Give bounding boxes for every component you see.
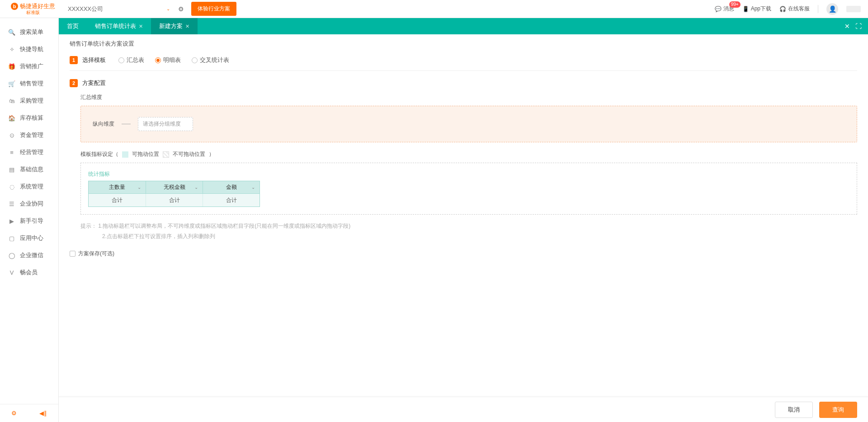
radio-label: 汇总表 (127, 56, 144, 64)
sidebar-icon: 🎁 (8, 63, 15, 70)
sidebar-item-4[interactable]: 🛍采购管理 (0, 92, 58, 109)
sidebar-icon: 🛍 (8, 97, 15, 104)
page-subtitle: 销售订单统计表方案设置 (70, 40, 857, 48)
sidebar-item-3[interactable]: 🛒销售管理 (0, 75, 58, 92)
metric-header-cell[interactable]: 主数量⌄ (89, 181, 146, 194)
sidebar-icon: ▤ (8, 166, 15, 173)
app-download-link[interactable]: 📱 App下载 (742, 5, 771, 13)
tab-0[interactable]: 首页 (59, 18, 87, 34)
sidebar-item-1[interactable]: ✧快捷导航 (0, 41, 58, 58)
metric-dropzone: 统计指标 主数量⌄无税金额⌄金额⌄ 合计合计合计 (80, 163, 857, 215)
metric-header-cell[interactable]: 无税金额⌄ (146, 181, 203, 194)
sidebar-item-8[interactable]: ▤基础信息 (0, 161, 58, 178)
logo-edition: 标准版 (26, 9, 40, 16)
sidebar-item-11[interactable]: ▶新手引导 (0, 212, 58, 230)
save-plan-label: 方案保存(可选) (78, 250, 114, 258)
connector-line (122, 124, 131, 124)
sidebar-item-label: 快捷导航 (20, 45, 43, 53)
company-name: XXXXXX公司 (68, 5, 103, 13)
company-selector[interactable]: XXXXXX公司 ⌄ (68, 5, 170, 13)
hints: 提示： 1.拖动标题栏可以调整布局，不可跨维度或指标区域拖动栏目字段(只能在同一… (80, 221, 857, 242)
message-icon: 💬 (715, 6, 722, 12)
template-radio[interactable]: 汇总表 (118, 56, 144, 64)
collapse-icon[interactable]: ◀∥ (39, 410, 47, 417)
tab-1[interactable]: 销售订单统计表✕ (87, 18, 151, 34)
query-button[interactable]: 查询 (819, 402, 857, 418)
template-radio[interactable]: 交叉统计表 (192, 56, 229, 64)
sidebar-item-label: 系统管理 (20, 183, 43, 191)
messages-link[interactable]: 💬 消息 99+ (715, 5, 734, 13)
chevron-down-icon[interactable]: ⌄ (137, 185, 141, 190)
chevron-down-icon[interactable]: ⌄ (251, 185, 255, 190)
divider (70, 70, 857, 71)
summary-dim-label: 汇总维度 (80, 94, 857, 101)
tab-2[interactable]: 新建方案✕ (151, 18, 198, 34)
legend-draggable-swatch (122, 151, 128, 158)
cancel-button[interactable]: 取消 (775, 402, 813, 418)
metric-title: 统计指标 (88, 170, 849, 178)
tab-label: 新建方案 (159, 22, 183, 30)
save-plan-checkbox[interactable] (70, 251, 75, 257)
online-service-link[interactable]: 🎧 在线客服 (779, 5, 810, 13)
sidebar-item-label: 企业微信 (20, 251, 43, 259)
sidebar-item-6[interactable]: ⊙资金管理 (0, 127, 58, 144)
top-header: b 畅捷通好生意 标准版 XXXXXX公司 ⌄ ⚙ 体验行业方案 💬 消息 99… (0, 0, 868, 18)
fullscreen-icon[interactable]: ⛶ (855, 23, 862, 30)
close-all-icon[interactable]: ✕ (844, 23, 850, 30)
sidebar-item-7[interactable]: ≡经营管理 (0, 144, 58, 161)
sidebar-icon: ✧ (8, 46, 15, 53)
sidebar-item-label: 基础信息 (20, 165, 43, 173)
username[interactable] (846, 6, 861, 12)
sidebar-item-2[interactable]: 🎁营销推广 (0, 58, 58, 75)
content: 销售订单统计表方案设置 1 选择模板 汇总表明细表交叉统计表 2 方案配置 汇总… (59, 34, 868, 422)
tab-bar: 首页销售订单统计表✕新建方案✕ ✕ ⛶ (59, 18, 868, 34)
sidebar: 🔍搜索菜单✧快捷导航🎁营销推广🛒销售管理🛍采购管理🏠库存核算⊙资金管理≡经营管理… (0, 18, 59, 422)
sidebar-item-label: 库存核算 (20, 114, 43, 122)
sidebar-item-label: 应用中心 (20, 234, 43, 242)
sidebar-item-label: 经营管理 (20, 148, 43, 156)
metric-total-cell: 合计 (89, 194, 146, 206)
try-plan-button[interactable]: 体验行业方案 (191, 2, 236, 16)
step-2-badge: 2 (70, 79, 78, 87)
sidebar-item-9[interactable]: ◌系统管理 (0, 178, 58, 195)
sidebar-item-5[interactable]: 🏠库存核算 (0, 109, 58, 127)
sidebar-item-13[interactable]: ◯企业微信 (0, 247, 58, 264)
avatar[interactable]: 👤 (826, 3, 838, 15)
sidebar-item-label: 新手引导 (20, 217, 43, 225)
metric-header-cell[interactable]: 金额⌄ (203, 181, 259, 194)
template-radio[interactable]: 明细表 (155, 56, 181, 64)
chevron-down-icon[interactable]: ⌄ (194, 185, 198, 190)
sidebar-icon: ◯ (8, 252, 15, 259)
logo[interactable]: b 畅捷通好生意 标准版 (7, 2, 59, 16)
sidebar-icon: V (8, 269, 15, 276)
sidebar-item-label: 搜索菜单 (20, 28, 43, 36)
settings-icon[interactable]: ⚙ (11, 410, 17, 417)
gear-icon[interactable]: ⚙ (178, 5, 184, 13)
sidebar-item-0[interactable]: 🔍搜索菜单 (0, 23, 58, 41)
radio-label: 交叉统计表 (200, 56, 229, 64)
metric-total-cell: 合计 (146, 194, 203, 206)
sidebar-icon: ◌ (8, 183, 15, 190)
step-2-row: 2 方案配置 (70, 79, 857, 87)
legend-nondraggable-swatch (163, 151, 169, 158)
close-icon[interactable]: ✕ (139, 23, 143, 29)
template-radio-group: 汇总表明细表交叉统计表 (118, 56, 229, 64)
save-plan-row: 方案保存(可选) (70, 250, 857, 258)
sidebar-item-10[interactable]: ☰企业协同 (0, 195, 58, 212)
sidebar-icon: 🛒 (8, 80, 15, 87)
step-1-label: 选择模板 (82, 56, 106, 64)
sidebar-item-14[interactable]: V畅会员 (0, 264, 58, 281)
footer-bar: 取消 查询 (59, 397, 868, 422)
dimension-select[interactable]: 请选择分组维度 (138, 117, 193, 131)
sidebar-item-12[interactable]: ▢应用中心 (0, 230, 58, 247)
vertical-dim-label: 纵向维度 (92, 120, 114, 128)
sidebar-icon: ⊙ (8, 131, 15, 139)
tab-label: 销售订单统计表 (95, 22, 136, 30)
sidebar-icon: ▢ (8, 234, 15, 242)
headset-icon: 🎧 (779, 6, 786, 12)
sidebar-icon: ▶ (8, 217, 15, 225)
sidebar-item-label: 销售管理 (20, 80, 43, 88)
header-right: 💬 消息 99+ 📱 App下载 🎧 在线客服 👤 (715, 3, 861, 15)
metric-table: 主数量⌄无税金额⌄金额⌄ 合计合计合计 (88, 181, 260, 207)
close-icon[interactable]: ✕ (185, 23, 189, 29)
